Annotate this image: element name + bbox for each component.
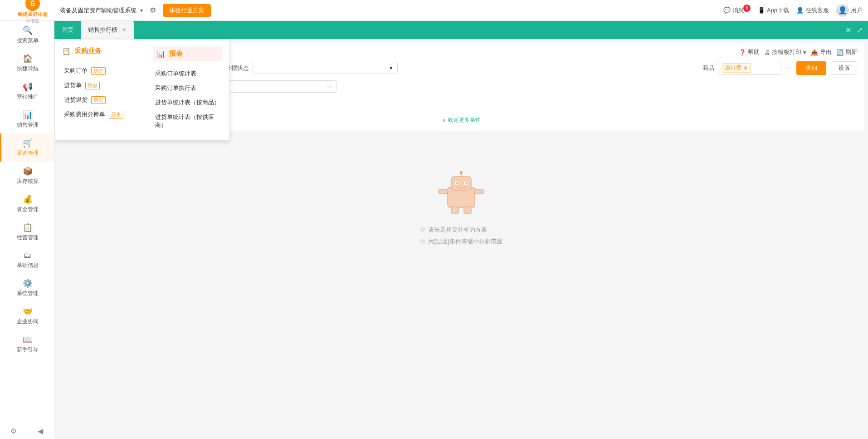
empty-state: ① 请先选择要分析的方案 ② 用[过滤]条件来缩小分析范围: [54, 135, 868, 284]
doc-status-select[interactable]: ▾: [253, 62, 398, 74]
tab-maximize-btn[interactable]: ⤢: [855, 24, 864, 36]
print-action[interactable]: 🖨 按模板打印 ▾: [764, 48, 806, 56]
export-action[interactable]: 📤 导出: [811, 48, 832, 56]
sidebar-item-finance[interactable]: 💰 资金管理: [0, 190, 54, 218]
report-po-stats-item[interactable]: 采购订单统计表: [153, 66, 222, 81]
logo-area: 6 畅捷通好生意 标准版: [5, 0, 60, 24]
sidebar-label-system: 系统管理: [17, 290, 39, 297]
avatar: 👤: [836, 4, 849, 17]
export-label: 导出: [820, 48, 832, 56]
purchase-order-item[interactable]: 采购订单 历史: [62, 64, 131, 78]
svg-point-4: [456, 182, 458, 184]
sidebar-label-inventory: 库存核算: [17, 178, 39, 185]
message-badge: 6: [743, 5, 751, 12]
online-service-action[interactable]: 👤 在线客服: [796, 6, 829, 15]
report-inbound-supplier-item[interactable]: 进货单统计表（按供应商）: [153, 110, 222, 133]
empty-text: ① 请先选择要分析的方案 ② 用[过滤]条件来缩小分析范围: [420, 224, 502, 247]
collapse-label: 收起更多条件: [448, 116, 481, 124]
refresh-action[interactable]: 🔄 刷新: [836, 48, 857, 56]
tab-sales-rank[interactable]: 销售排行榜 ✕: [81, 21, 134, 39]
sidebar-label-sales: 销售管理: [17, 121, 39, 129]
search-icon: 🔍: [23, 25, 33, 35]
report-inbound-goods-item[interactable]: 进货单统计表（按商品）: [153, 95, 222, 110]
help-action[interactable]: ❓ 帮助: [739, 48, 760, 56]
finance-icon: 💰: [23, 194, 33, 204]
goods-select[interactable]: 设计费 ✕: [718, 61, 781, 75]
purchase-col-icon: 📋: [62, 47, 71, 55]
goods-ellipsis[interactable]: ···: [785, 64, 791, 72]
sidebar-label-search: 搜索菜单: [17, 37, 39, 44]
cooperation-icon: 🤝: [23, 306, 33, 316]
header-right: 💬 消息 6 📱 App下载 👤 在线客服 👤 用户: [723, 4, 863, 17]
inventory-icon: 📦: [23, 166, 33, 176]
svg-point-5: [465, 182, 467, 184]
tab-close-all-btn[interactable]: ✕: [844, 24, 853, 36]
tab-bar: 首页 销售排行榜 ✕ ✕ ⤢: [54, 21, 868, 39]
system-dropdown-btn[interactable]: ▾: [140, 7, 143, 14]
print-icon: 🖨: [764, 49, 770, 56]
svg-rect-11: [464, 207, 471, 214]
header-settings-btn[interactable]: ⚙: [146, 4, 159, 17]
sidebar-item-cooperation[interactable]: 🤝 企业协同: [0, 302, 54, 330]
top-header: 6 畅捷通好生意 标准版 装备及固定资产辅助管理系统 ▾ ⚙ 体验行业方案 💬 …: [0, 0, 868, 21]
collapse-arrow-icon: ∧: [442, 117, 446, 123]
sidebar-item-system[interactable]: ⚙️ 系统管理: [0, 274, 54, 302]
marketing-icon: 📢: [23, 82, 33, 92]
sidebar-item-purchase[interactable]: 🛒 采购管理: [0, 133, 54, 162]
app-download-action[interactable]: 📱 App下载: [758, 6, 789, 15]
industry-btn[interactable]: 体验行业方案: [163, 4, 211, 17]
purchase-inbound-history: 历史: [85, 82, 100, 89]
report-inbound-supplier-label: 进货单统计表（按供应商）: [155, 113, 220, 129]
sidebar-item-marketing[interactable]: 📢 营销推广: [0, 77, 54, 105]
purchase-order-history: 历史: [91, 67, 106, 75]
purchase-return-label: 进货退货: [64, 96, 88, 104]
basic-icon: 🗂: [24, 251, 32, 260]
main-layout: 🔍 搜索菜单 🏠 快捷导航 📢 营销推广 📊 销售管理 🛒 采购管理 📦 库存核…: [0, 21, 868, 439]
logo-text: 畅捷通好生意: [18, 11, 48, 18]
system-icon: ⚙️: [23, 278, 33, 288]
goods-tag-close[interactable]: ✕: [743, 65, 748, 71]
sidebar-item-basic[interactable]: 🗂 基础信息: [0, 246, 54, 274]
app-label: App下载: [767, 6, 789, 15]
sidebar-settings-btn[interactable]: ⚙: [0, 427, 27, 435]
report-col-header: 📊 报表: [153, 47, 222, 61]
sidebar-item-operations[interactable]: 📋 经营管理: [0, 218, 54, 246]
help-label: 帮助: [748, 48, 760, 56]
sidebar-label-cooperation: 企业协同: [17, 318, 39, 326]
sidebar-collapse-btn[interactable]: ◀: [27, 427, 54, 435]
purchase-inbound-item[interactable]: 进货单 历史: [62, 78, 131, 93]
svg-rect-9: [475, 189, 484, 194]
collapse-btn[interactable]: ∧ 收起更多条件: [442, 116, 481, 124]
doc-status-group: 单据状态 ▾: [225, 62, 697, 74]
app-icon: 📱: [758, 7, 765, 14]
online-label: 在线客服: [805, 6, 829, 15]
purchase-col-header: 📋 采购业务: [62, 47, 131, 58]
sidebar-item-sales[interactable]: 📊 销售管理: [0, 105, 54, 133]
message-action[interactable]: 💬 消息 6: [723, 6, 751, 15]
print-dropdown-icon: ▾: [803, 49, 806, 56]
purchase-icon: 🛒: [23, 138, 33, 148]
purchase-return-item[interactable]: 进货退货 历史: [62, 93, 131, 107]
sidebar-footer: ⚙ ◀: [0, 423, 54, 439]
sidebar-item-search[interactable]: 🔍 搜索菜单: [0, 21, 54, 49]
sidebar-item-inventory[interactable]: 📦 库存核算: [0, 162, 54, 190]
sidebar-label-marketing: 营销推广: [17, 93, 39, 101]
report-po-exec-item[interactable]: 采购订单执行表: [153, 81, 222, 95]
sidebar-label-purchase: 采购管理: [17, 149, 39, 157]
query-btn[interactable]: 查询: [796, 61, 826, 75]
tab-bar-actions: ✕ ⤢: [844, 24, 868, 36]
purchase-expense-item[interactable]: 采购费用分摊单 历史: [62, 107, 131, 122]
tab-sales-rank-label: 销售排行榜: [88, 26, 117, 34]
user-action[interactable]: 👤 用户: [836, 4, 863, 17]
message-label: 消息: [732, 6, 744, 15]
purchase-return-history: 历史: [91, 96, 106, 104]
sidebar-item-quick[interactable]: 🏠 快捷导航: [0, 49, 54, 77]
tab-close-btn[interactable]: ✕: [122, 27, 127, 33]
content-area: 首页 销售排行榜 ✕ ✕ ⤢ ❓ 帮助: [54, 21, 868, 439]
header-middle: 装备及固定资产辅助管理系统 ▾ ⚙ 体验行业方案: [60, 4, 723, 17]
filter-settings-btn[interactable]: 设置: [832, 61, 857, 75]
sidebar: 🔍 搜索菜单 🏠 快捷导航 📢 营销推广 📊 销售管理 🛒 采购管理 📦 库存核…: [0, 21, 54, 439]
sidebar-label-guide: 新手引导: [17, 346, 39, 354]
sidebar-item-guide[interactable]: 📖 新手引导: [0, 330, 54, 358]
print-label: 按模板打印: [772, 48, 801, 56]
